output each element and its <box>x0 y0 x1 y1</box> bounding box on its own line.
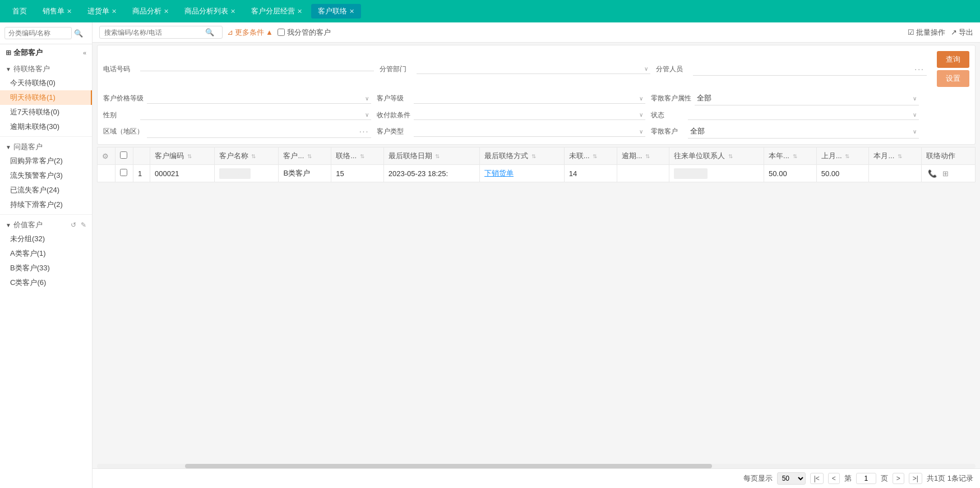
my-customers-checkbox-label[interactable]: 我分管的客户 <box>278 27 331 38</box>
batch-operation-btn[interactable]: ☑ 批量操作 <box>908 27 945 38</box>
sidebar-item-declining[interactable]: 持续下滑客户(2) <box>0 197 92 212</box>
action-phone-icon[interactable]: 📞 <box>928 169 937 178</box>
row-contact-count: 15 <box>331 165 384 182</box>
sidebar-item-churn-risk[interactable]: 流失预警客户(3) <box>0 168 92 183</box>
funnel-icon: ⊿ <box>227 28 233 36</box>
horizontal-scrollbar[interactable] <box>97 464 976 468</box>
customer-level-select[interactable]: ∨ <box>414 94 645 104</box>
retail-customer-select[interactable]: 全部 ∨ <box>688 125 919 139</box>
sidebar-item-class-b[interactable]: B类客户(33) <box>0 261 92 275</box>
per-page-label: 每页显示 <box>743 473 773 484</box>
price-level-label: 客户价格等级 <box>103 94 144 103</box>
th-last-contact-method: 最后联络方式 ⇅ <box>480 148 565 165</box>
my-customers-text: 我分管的客户 <box>287 27 331 38</box>
action-grid-icon[interactable]: ⊞ <box>942 169 949 178</box>
sidebar-item-tomorrow[interactable]: 明天待联络(1) <box>0 90 92 105</box>
customer-level-chevron: ∨ <box>639 95 643 102</box>
select-all-checkbox[interactable] <box>120 151 127 159</box>
next-page-btn[interactable]: > <box>893 473 904 484</box>
contact-sort-icon[interactable]: ⇅ <box>360 153 364 159</box>
date-sort-icon[interactable]: ⇅ <box>435 153 440 159</box>
payment-select[interactable]: ∨ <box>414 110 645 120</box>
retail-attr-select[interactable]: 全部 ∨ <box>695 91 919 105</box>
manager-select[interactable]: ··· <box>693 63 927 76</box>
nav-analysis[interactable]: 商品分析 ✕ <box>126 4 175 19</box>
export-btn[interactable]: ↗ 导出 <box>951 27 973 38</box>
code-sort-icon[interactable]: ⇅ <box>187 153 192 159</box>
type-sort-icon[interactable]: ⇅ <box>307 153 312 159</box>
sidebar-item-churned[interactable]: 已流失客户(24) <box>0 183 92 197</box>
gender-select[interactable]: ∨ <box>140 110 371 120</box>
nav-sales-close[interactable]: ✕ <box>67 8 72 15</box>
contact-method-link[interactable]: 下销货单 <box>484 169 514 177</box>
nav-analysis-list-close[interactable]: ✕ <box>230 8 235 15</box>
search-input[interactable] <box>104 29 205 36</box>
prev-page-btn[interactable]: < <box>828 473 840 484</box>
per-page-select[interactable]: 50 100 200 <box>777 472 806 485</box>
gender-chevron: ∨ <box>365 112 369 118</box>
nav-home[interactable]: 首页 <box>6 4 34 19</box>
value-edit-icon[interactable]: ✎ <box>81 221 86 229</box>
lmonth-sort-icon[interactable]: ⇅ <box>845 153 849 159</box>
last-page-btn[interactable]: >| <box>909 473 922 484</box>
value-group-header[interactable]: ▼ 价值客户 ↺ ✎ <box>0 217 92 232</box>
method-sort-icon[interactable]: ⇅ <box>531 153 536 159</box>
th-current-month: 本月... ⇅ <box>869 148 922 165</box>
sidebar-item-ungrouped[interactable]: 未分组(32) <box>0 232 92 246</box>
sidebar-item-today[interactable]: 今天待联络(0) <box>0 76 92 90</box>
phone-input[interactable] <box>140 67 374 71</box>
unlinked-sort-icon[interactable]: ⇅ <box>593 153 597 159</box>
sidebar-item-overdue[interactable]: 逾期未联络(30) <box>0 119 92 134</box>
sidebar-search-input[interactable] <box>4 27 72 39</box>
nav-customer-tier-close[interactable]: ✕ <box>297 8 302 15</box>
row-select-checkbox[interactable] <box>120 169 127 176</box>
name-sort-icon[interactable]: ⇅ <box>251 153 256 159</box>
nav-analysis-label: 商品分析 <box>132 6 161 16</box>
row-year: 50.00 <box>764 165 817 182</box>
payment-filter: 收付款条件 ∨ <box>377 110 645 120</box>
nav-customer-contact-close[interactable]: ✕ <box>349 8 354 15</box>
row-unlinked: 14 <box>564 165 617 182</box>
first-page-btn[interactable]: |< <box>810 473 824 484</box>
person-sort-icon[interactable]: ⇅ <box>728 153 733 159</box>
nav-analysis-list[interactable]: 商品分析列表 ✕ <box>178 4 242 19</box>
sidebar-search-icon[interactable]: 🔍 <box>74 29 83 38</box>
batch-label: 批量操作 <box>916 27 945 38</box>
cmonth-sort-icon[interactable]: ⇅ <box>898 153 902 159</box>
dept-select[interactable]: ∨ <box>417 64 650 74</box>
more-conditions-btn[interactable]: ⊿ 更多条件 ▲ <box>227 27 273 38</box>
my-customers-checkbox[interactable] <box>278 29 285 36</box>
overdue-label: 逾期未联络(30) <box>10 122 59 131</box>
nav-customer-tier[interactable]: 客户分层经营 ✕ <box>244 4 309 19</box>
customer-type-select[interactable]: ∨ <box>414 127 645 137</box>
search-icon[interactable]: 🔍 <box>205 28 214 36</box>
sidebar-item-class-c[interactable]: C类客户(6) <box>0 275 92 290</box>
content-area: 🔍 ⊿ 更多条件 ▲ 我分管的客户 ☑ 批量操作 ↗ 导出 <box>93 22 980 488</box>
row-action: 📞 ⊞ <box>922 165 976 182</box>
nav-purchase-close[interactable]: ✕ <box>112 8 117 15</box>
price-level-select[interactable]: ∨ <box>147 94 371 104</box>
sidebar-item-class-a[interactable]: A类客户(1) <box>0 246 92 261</box>
problem-section-label: 问题客户 <box>13 142 43 152</box>
year-sort-icon[interactable]: ⇅ <box>793 153 797 159</box>
nav-customer-contact[interactable]: 客户联络 ✕ <box>311 4 361 19</box>
nav-analysis-close[interactable]: ✕ <box>164 8 169 15</box>
set-btn[interactable]: 设置 <box>937 70 969 87</box>
sidebar-item-7days[interactable]: 近7天待联络(0) <box>0 105 92 119</box>
status-select[interactable]: ∨ <box>688 110 919 120</box>
table-settings-icon[interactable]: ⚙ <box>102 152 109 160</box>
problem-group-header[interactable]: ▼ 问题客户 <box>0 139 92 154</box>
nav-sales[interactable]: 销售单 ✕ <box>36 4 78 19</box>
scrollbar-thumb[interactable] <box>185 464 712 468</box>
nav-purchase[interactable]: 进货单 ✕ <box>81 4 123 19</box>
overdue-sort-icon[interactable]: ⇅ <box>645 153 650 159</box>
table-row: 1 000021 Ea B类客户 15 <box>98 165 976 182</box>
sidebar-item-abnormal[interactable]: 回购异常客户(2) <box>0 154 92 168</box>
query-btn[interactable]: 查询 <box>937 51 969 68</box>
value-refresh-icon[interactable]: ↺ <box>71 221 76 229</box>
sidebar-all-customers[interactable]: ⊞ 全部客户 « <box>0 44 92 61</box>
pending-group-header[interactable]: ▼ 待联络客户 <box>0 61 92 76</box>
retail-attr-filter: 零散客户属性 全部 ∨ <box>651 91 919 105</box>
region-select[interactable]: ··· <box>147 125 371 138</box>
page-input[interactable] <box>856 473 876 484</box>
